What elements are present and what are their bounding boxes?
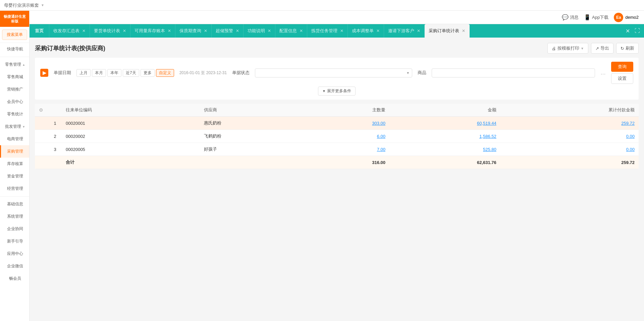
user-profile[interactable]: Ea demo2 [614, 13, 639, 22]
th-settings: ⚙ [35, 104, 48, 117]
date-shortcut-7days[interactable]: 近7天 [123, 69, 139, 77]
tab-close-icon[interactable]: ✕ [123, 29, 126, 33]
row-supplier: 好孩子 [200, 143, 303, 156]
filter-toggle-button[interactable]: ▶ [40, 69, 48, 77]
sidebar-item-label: 零售商城 [7, 74, 23, 80]
sidebar-item-finance[interactable]: 资金管理 [0, 170, 29, 182]
tab-receive-send[interactable]: 收发存汇总表 ✕ [49, 24, 90, 38]
app-download-label: App下载 [592, 14, 608, 20]
tab-home[interactable]: 首页 [30, 24, 49, 38]
table-row[interactable]: 3 00020005 好孩子 7.00 525.80 0.00 [35, 143, 639, 156]
sidebar-item-members[interactable]: 会员中心 [0, 96, 29, 108]
message-action[interactable]: 💬 消息 [562, 14, 579, 20]
table-row[interactable]: 1 00020001 惠氏奶粉 303.00 60,519.44 259.72 [35, 117, 639, 130]
settings-button[interactable]: 设置 [611, 73, 633, 84]
tab-label: 保质期查询 [179, 28, 201, 34]
sidebar-item-marketing[interactable]: 营销推广 [0, 83, 29, 96]
export-button[interactable]: ↗ 导出 [591, 43, 613, 54]
tab-expiry-query[interactable]: 保质期查询 ✕ [175, 24, 212, 38]
tab-invite-downstream[interactable]: 邀请下游客户 ✕ [384, 24, 425, 38]
table-row[interactable]: 2 00020002 飞鹤奶粉 6.00 1,586.52 0.00 [35, 130, 639, 143]
tab-label: 成本调整单 [352, 28, 374, 34]
tab-label: 功能说明 [248, 28, 265, 34]
tab-close-icon[interactable]: ✕ [340, 29, 343, 33]
date-shortcut-this-month[interactable]: 本月 [92, 69, 106, 77]
date-shortcut-last-month[interactable]: 上月 [76, 69, 91, 77]
row-paid-amount: 0.00 [500, 130, 639, 143]
app-download-icon: 📱 [584, 14, 591, 20]
tab-close-icon[interactable]: ✕ [236, 29, 239, 33]
status-filter-label: 单据状态 [232, 70, 250, 76]
sidebar-item-ecommerce[interactable]: 电商管理 [0, 133, 29, 145]
row-amount: 525.80 [389, 143, 500, 156]
tab-maximize-icon[interactable]: ⛶ [633, 27, 641, 35]
sidebar-item-vip[interactable]: 畅会员 [0, 272, 29, 285]
row-supplier: 飞鹤奶粉 [200, 130, 303, 143]
goods-more-icon[interactable]: … [600, 70, 606, 76]
table-container: ⚙ 往来单位编码 供应商 主数量 [35, 104, 639, 169]
row-paid-amount: 0.00 [500, 143, 639, 156]
sidebar-item-inventory[interactable]: 库存核算 [0, 158, 29, 170]
sidebar-item-quick-nav[interactable]: 快捷导航 [0, 43, 29, 55]
column-settings-icon[interactable]: ⚙ [39, 107, 43, 113]
row-paid-amount: 259.72 [500, 117, 639, 130]
sidebar-item-purchase[interactable]: 采购管理 [0, 145, 29, 158]
sidebar-item-wholesale[interactable]: 批发管理 ▼ [0, 120, 29, 133]
sidebar-item-new-guide[interactable]: 新手引导 [0, 235, 29, 248]
tab-close-icon[interactable]: ✕ [417, 29, 420, 33]
sidebar-item-app-center[interactable]: 应用中心 [0, 248, 29, 260]
search-menu-button[interactable]: 搜索菜单 [2, 30, 27, 40]
tab-close-all-icon[interactable]: ✕ [624, 27, 631, 35]
footer-empty-3 [200, 156, 303, 169]
goods-input[interactable] [432, 68, 595, 77]
tab-available-stock[interactable]: 可用量库存账本 ✕ [130, 24, 175, 38]
query-button[interactable]: 查询 [611, 62, 633, 72]
sidebar-item-retail-shop[interactable]: 零售商城 [0, 71, 29, 83]
sidebar-item-operations[interactable]: 经营管理 [0, 182, 29, 195]
page-header: 采购订单统计表(按供应商) 🖨 按模板打印 ▼ ↗ 导出 ↻ 刷新 [35, 43, 639, 54]
footer-empty-2 [48, 156, 62, 169]
tab-close-icon[interactable]: ✕ [168, 29, 171, 33]
footer-paid-amount: 259.72 [500, 156, 639, 169]
expand-more-button[interactable]: ▼ 展开更多条件 [318, 87, 356, 96]
tab-close-icon[interactable]: ✕ [300, 29, 303, 33]
tab-close-active-icon[interactable]: ✕ [462, 29, 465, 33]
status-select[interactable] [255, 68, 412, 77]
footer-main-qty: 316.00 [303, 156, 389, 169]
sidebar-item-label: 基础信息 [7, 201, 23, 207]
row-partner-code: 00020005 [62, 143, 200, 156]
sidebar-item-label: 资金管理 [7, 173, 23, 179]
sidebar-item-system[interactable]: 系统管理 [0, 210, 29, 223]
tab-close-icon[interactable]: ✕ [82, 29, 86, 33]
tab-function-desc[interactable]: 功能说明 ✕ [244, 24, 275, 38]
tab-close-icon[interactable]: ✕ [204, 29, 207, 33]
tab-goods-stats[interactable]: 要货单统计表 ✕ [90, 24, 130, 38]
date-shortcut-this-year[interactable]: 本年 [107, 69, 121, 77]
print-button[interactable]: 🖨 按模板打印 ▼ [547, 43, 588, 54]
tab-label: 可用量库存账本 [135, 28, 165, 34]
sidebar-item-enterprise-wechat[interactable]: 企业微信 [0, 260, 29, 272]
date-shortcut-more[interactable]: 更多 [141, 69, 155, 77]
tab-close-icon[interactable]: ✕ [376, 29, 380, 33]
tab-config-info[interactable]: 配置信息 ✕ [275, 24, 307, 38]
workspace-dropdown-icon[interactable]: ▼ [41, 3, 44, 7]
export-icon: ↗ [595, 46, 599, 51]
date-filter-label: 单据日期 [54, 70, 71, 76]
tab-overstock[interactable]: 超储预警 ✕ [212, 24, 244, 38]
refresh-button[interactable]: ↻ 刷新 [616, 43, 639, 54]
sidebar-item-retail[interactable]: 零售管理 ▲ [0, 58, 29, 71]
workspace-select[interactable]: 母婴行业演示账套 ▼ [4, 2, 44, 8]
sidebar-item-basic-info[interactable]: 基础信息 [0, 198, 29, 210]
sidebar-item-enterprise-collab[interactable]: 企业协同 [0, 223, 29, 235]
tab-picking-tasks[interactable]: 拣货任务管理 ✕ [307, 24, 348, 38]
date-shortcut-custom[interactable]: 自定义 [156, 69, 174, 77]
sidebar-item-retail-stats[interactable]: 零售统计 [0, 108, 29, 120]
tab-purchase-stats[interactable]: 采购订单统计表 ✕ [425, 24, 470, 38]
th-index [48, 104, 62, 117]
tab-cost-adjust[interactable]: 成本调整单 ✕ [348, 24, 384, 38]
app-download-action[interactable]: 📱 App下载 [584, 14, 608, 20]
tab-close-icon[interactable]: ✕ [268, 29, 271, 33]
print-label: 按模板打印 [557, 45, 579, 51]
row-partner-code: 00020001 [62, 117, 200, 130]
row-index: 3 [48, 143, 62, 156]
